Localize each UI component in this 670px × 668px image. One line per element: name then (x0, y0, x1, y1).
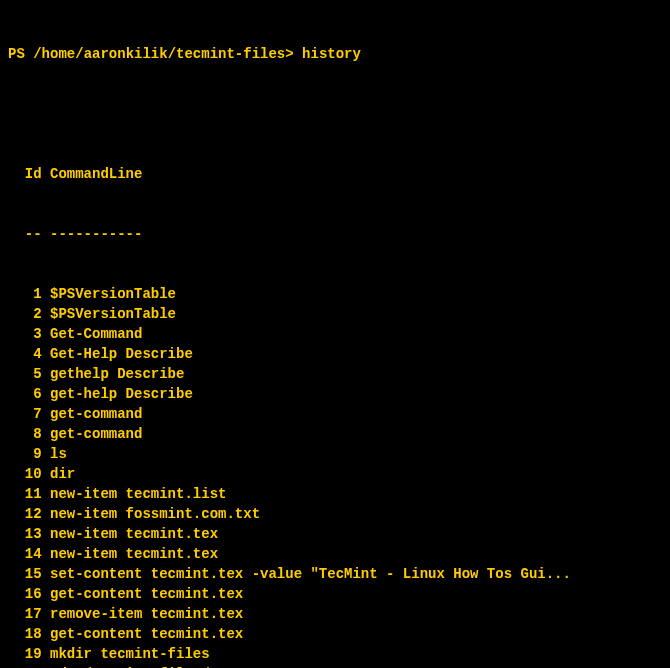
history-id: 8 (8, 424, 42, 444)
history-row: 12 new-item fossmint.com.txt (8, 504, 662, 524)
header-cmd-sep: ----------- (50, 226, 142, 242)
history-command: gethelp Describe (50, 366, 184, 382)
history-command: Get-Help Describe (50, 346, 193, 362)
history-row: 2 $PSVersionTable (8, 304, 662, 324)
history-command: new-item tecmint.tex (50, 526, 218, 542)
prompt-line-1: PS /home/aaronkilik/tecmint-files> histo… (8, 44, 662, 64)
history-row: 7 get-command (8, 404, 662, 424)
prompt-prefix: PS (8, 46, 33, 62)
history-command: $PSVersionTable (50, 306, 176, 322)
history-row: 19 mkdir tecmint-files (8, 644, 662, 664)
history-row: 15 set-content tecmint.tex -value "TecMi… (8, 564, 662, 584)
history-row: 16 get-content tecmint.tex (8, 584, 662, 604)
prompt-path: /home/aaronkilik/tecmint-files (33, 46, 285, 62)
history-command: $PSVersionTable (50, 286, 176, 302)
history-id: 20 (8, 664, 42, 668)
history-row: 18 get-content tecmint.tex (8, 624, 662, 644)
history-id: 18 (8, 624, 42, 644)
history-command: Get-Command (50, 326, 142, 342)
history-id: 6 (8, 384, 42, 404)
history-id: 10 (8, 464, 42, 484)
history-row: 1 $PSVersionTable (8, 284, 662, 304)
history-row: 4 Get-Help Describe (8, 344, 662, 364)
history-id: 2 (8, 304, 42, 324)
history-id: 4 (8, 344, 42, 364)
history-row: 20 cd ./tecmint-files/ (8, 664, 662, 668)
entered-command: history (302, 46, 361, 62)
history-command: new-item tecmint.list (50, 486, 226, 502)
history-header: Id CommandLine (8, 164, 662, 184)
history-id: 16 (8, 584, 42, 604)
history-id: 9 (8, 444, 42, 464)
header-id: Id (8, 164, 42, 184)
history-id: 11 (8, 484, 42, 504)
history-id: 5 (8, 364, 42, 384)
blank-line (8, 104, 662, 124)
history-command: mkdir tecmint-files (50, 646, 210, 662)
history-command: get-help Describe (50, 386, 193, 402)
history-id: 13 (8, 524, 42, 544)
history-id: 14 (8, 544, 42, 564)
history-command: new-item fossmint.com.txt (50, 506, 260, 522)
history-id: 17 (8, 604, 42, 624)
history-id: 3 (8, 324, 42, 344)
history-id: 7 (8, 404, 42, 424)
history-row: 14 new-item tecmint.tex (8, 544, 662, 564)
history-id: 12 (8, 504, 42, 524)
history-id: 15 (8, 564, 42, 584)
history-row: 3 Get-Command (8, 324, 662, 344)
history-command: get-command (50, 406, 142, 422)
terminal-window[interactable]: PS /home/aaronkilik/tecmint-files> histo… (0, 0, 670, 668)
history-row: 11 new-item tecmint.list (8, 484, 662, 504)
history-command: set-content tecmint.tex -value "TecMint … (50, 566, 571, 582)
history-command: get-content tecmint.tex (50, 586, 243, 602)
history-row: 17 remove-item tecmint.tex (8, 604, 662, 624)
history-row: 9 ls (8, 444, 662, 464)
history-rows-container: 1 $PSVersionTable2 $PSVersionTable3 Get-… (8, 284, 662, 668)
history-command: new-item tecmint.tex (50, 546, 218, 562)
history-command: get-command (50, 426, 142, 442)
history-command: get-content tecmint.tex (50, 626, 243, 642)
history-command: dir (50, 466, 75, 482)
header-cmd: CommandLine (50, 166, 142, 182)
history-command: remove-item tecmint.tex (50, 606, 243, 622)
history-id: 1 (8, 284, 42, 304)
history-row: 6 get-help Describe (8, 384, 662, 404)
history-id: 19 (8, 644, 42, 664)
history-header-sep: -- ----------- (8, 224, 662, 244)
history-row: 8 get-command (8, 424, 662, 444)
header-id-sep: -- (8, 224, 42, 244)
prompt-suffix: > (285, 46, 302, 62)
history-row: 10 dir (8, 464, 662, 484)
history-row: 13 new-item tecmint.tex (8, 524, 662, 544)
history-row: 5 gethelp Describe (8, 364, 662, 384)
history-command: ls (50, 446, 67, 462)
